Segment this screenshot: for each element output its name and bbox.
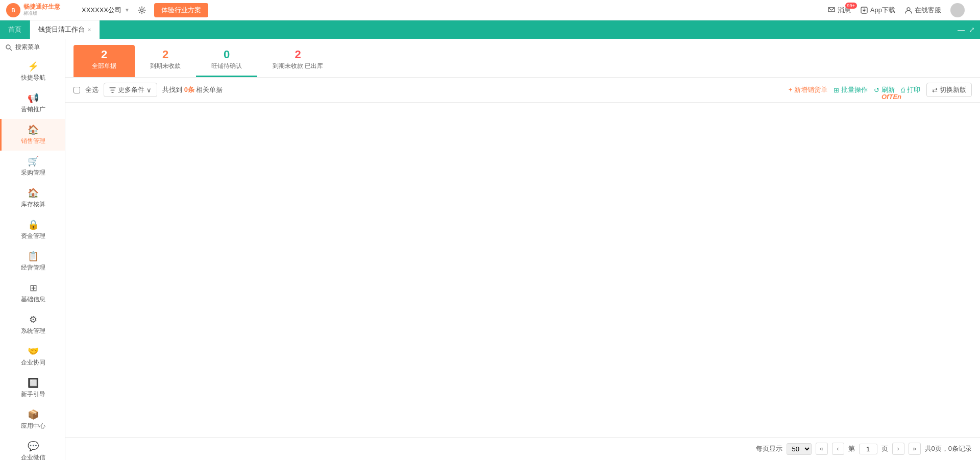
result-count: 0条 xyxy=(184,86,194,93)
page-number-input[interactable] xyxy=(859,444,877,454)
next-page-button[interactable]: › xyxy=(892,443,904,455)
per-page-label: 每页显示 xyxy=(756,444,782,453)
overdue-shipped-count: 2 xyxy=(295,49,301,60)
enterprise-icon: 🤝 xyxy=(28,346,39,357)
stat-tab-overdue[interactable]: 2 到期未收款 xyxy=(135,45,196,77)
sidebar-item-purchase[interactable]: 🛒 采购管理 xyxy=(0,151,65,182)
last-page-button[interactable]: » xyxy=(909,443,921,455)
sidebar-item-quick-nav[interactable]: ⚡ 快捷导航 xyxy=(0,56,65,87)
app-download-label: App下载 xyxy=(870,6,895,15)
tab-maximize-button[interactable]: ⤢ xyxy=(969,26,975,34)
company-name: XXXXXX公司 xyxy=(82,6,121,15)
sidebar-guide-label: 新手引导 xyxy=(21,390,45,399)
company-selector[interactable]: XXXXXX公司 ▼ xyxy=(82,6,130,15)
tab-home[interactable]: 首页 xyxy=(0,20,30,39)
sidebar-item-inventory[interactable]: 🏠 库存核算 xyxy=(0,182,65,214)
switch-icon: ⇄ xyxy=(932,86,938,94)
sidebar-operations-label: 经营管理 xyxy=(21,263,45,272)
sidebar-purchase-label: 采购管理 xyxy=(21,168,45,177)
filter-arrow-icon: ∨ xyxy=(146,86,152,94)
page-size-select[interactable]: 50 xyxy=(787,443,812,455)
sidebar-search[interactable]: 搜索菜单 xyxy=(0,39,65,56)
filter-label: 更多条件 xyxy=(118,85,144,94)
avatar[interactable] xyxy=(950,3,965,17)
refresh-icon: ↺ xyxy=(874,86,879,94)
print-icon: ⎙ xyxy=(901,86,905,94)
batch-operation-button[interactable]: ⊞ 批量操作 xyxy=(834,85,868,94)
overdue-shipped-label: 到期未收款 已出库 xyxy=(273,62,323,70)
sidebar-item-system[interactable]: ⚙ 系统管理 xyxy=(0,309,65,341)
select-all-checkbox[interactable] xyxy=(74,87,80,93)
print-button[interactable]: ⎙ 打印 xyxy=(901,85,920,94)
pending-count: 0 xyxy=(224,49,230,60)
sidebar-app-center-label: 应用中心 xyxy=(21,422,45,430)
all-label: 全部单据 xyxy=(92,62,116,70)
sidebar-search-label: 搜索菜单 xyxy=(15,43,40,52)
tab-close-icon[interactable]: × xyxy=(88,27,91,33)
marketing-icon: 📢 xyxy=(28,92,39,104)
filter-button[interactable]: 更多条件 ∨ xyxy=(104,83,157,97)
message-button[interactable]: 消息 99+ xyxy=(827,6,851,15)
filter-icon xyxy=(109,87,116,93)
sidebar-marketing-label: 营销推广 xyxy=(21,105,45,114)
sidebar-item-operations[interactable]: 📋 经营管理 xyxy=(0,246,65,277)
prev-page-button[interactable]: ‹ xyxy=(832,443,844,455)
sidebar: 搜索菜单 ⚡ 快捷导航 📢 营销推广 🏠 销售管理 🛒 采购管理 🏠 库存核算 … xyxy=(0,39,65,460)
result-prefix: 共找到 xyxy=(162,86,182,93)
first-page-button[interactable]: « xyxy=(816,443,828,455)
quick-nav-icon: ⚡ xyxy=(28,61,39,72)
finance-icon: 🔒 xyxy=(28,219,39,230)
tab-bar-actions: — ⤢ xyxy=(952,20,980,39)
tab-work-bench[interactable]: 钱货日清工作台 × xyxy=(30,20,100,39)
sidebar-item-basic-info[interactable]: ⊞ 基础信息 xyxy=(0,277,65,309)
content-area: 2 全部单据 2 到期未收款 0 旺铺待确认 2 到期未收款 已出库 全选 xyxy=(65,39,980,460)
top-header: B 畅捷通好生意 标准版 XXXXXX公司 ▼ 体验行业方案 消息 99+ xyxy=(0,0,980,20)
online-service-button[interactable]: 在线客服 xyxy=(904,6,941,15)
company-dropdown-icon: ▼ xyxy=(125,7,130,13)
svg-point-4 xyxy=(907,8,910,11)
add-sales-order-button[interactable]: + 新增销货单 xyxy=(789,85,827,94)
page-end-label: 页 xyxy=(881,444,888,453)
header-right: 消息 99+ App下载 在线客服 xyxy=(827,3,974,17)
trial-button[interactable]: 体验行业方案 xyxy=(154,3,208,17)
logo-area: B 畅捷通好生意 标准版 xyxy=(6,3,71,17)
sidebar-enterprise-label: 企业协同 xyxy=(21,358,45,367)
settings-button[interactable] xyxy=(135,3,149,17)
basic-info-icon: ⊞ xyxy=(30,282,37,294)
pagination-bar: 每页显示 50 « ‹ 第 页 › » 共0页，0条记录 xyxy=(65,437,980,460)
tab-work-bench-label: 钱货日清工作台 xyxy=(38,25,85,34)
main-layout: 搜索菜单 ⚡ 快捷导航 📢 营销推广 🏠 销售管理 🛒 采购管理 🏠 库存核算 … xyxy=(0,39,980,460)
stat-tab-pending[interactable]: 0 旺铺待确认 xyxy=(196,45,257,77)
system-icon: ⚙ xyxy=(29,314,37,325)
sidebar-item-sales[interactable]: 🏠 销售管理 xyxy=(0,119,65,151)
result-text: 共找到 0条 相关单据 xyxy=(162,85,223,94)
sidebar-inventory-label: 库存核算 xyxy=(21,200,45,209)
svg-text:B: B xyxy=(11,8,15,13)
toolbar: 全选 更多条件 ∨ 共找到 0条 相关单据 + 新增销货单 ⊞ 批量操作 xyxy=(65,78,980,103)
sidebar-item-guide[interactable]: 🔲 新手引导 xyxy=(0,372,65,404)
message-badge: 99+ xyxy=(845,3,857,9)
tab-minimize-button[interactable]: — xyxy=(958,26,965,34)
svg-point-2 xyxy=(140,9,143,11)
page-label: 第 xyxy=(848,444,855,453)
table-area xyxy=(65,103,980,437)
app-center-icon: 📦 xyxy=(28,409,39,420)
sidebar-item-wechat[interactable]: 💬 企业微信 xyxy=(0,435,65,460)
online-service-label: 在线客服 xyxy=(915,6,941,15)
sidebar-item-finance[interactable]: 🔒 资金管理 xyxy=(0,214,65,246)
guide-icon: 🔲 xyxy=(28,377,39,389)
sidebar-system-label: 系统管理 xyxy=(21,327,45,335)
all-count: 2 xyxy=(101,49,107,60)
sales-icon: 🏠 xyxy=(28,124,39,135)
sidebar-item-app-center[interactable]: 📦 应用中心 xyxy=(0,404,65,435)
sidebar-item-enterprise[interactable]: 🤝 企业协同 xyxy=(0,341,65,372)
stat-tab-overdue-shipped[interactable]: 2 到期未收款 已出库 xyxy=(257,45,338,77)
result-suffix: 相关单据 xyxy=(196,86,223,93)
sidebar-item-marketing[interactable]: 📢 营销推广 xyxy=(0,87,65,119)
logo-icon: B xyxy=(6,3,20,17)
app-download-button[interactable]: App下载 xyxy=(860,6,895,15)
stat-tab-all[interactable]: 2 全部单据 xyxy=(74,45,135,77)
total-records: 共0页，0条记录 xyxy=(925,444,972,453)
switch-version-button[interactable]: ⇄ 切换新版 xyxy=(926,83,972,97)
sidebar-basic-info-label: 基础信息 xyxy=(21,295,45,304)
